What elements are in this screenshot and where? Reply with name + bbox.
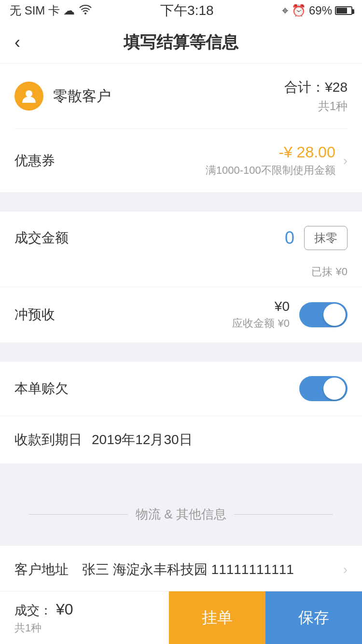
prepay-toggle[interactable]	[299, 302, 348, 327]
save-button[interactable]: 保存	[265, 591, 362, 644]
coupon-label: 优惠券	[14, 152, 55, 170]
content: 零散客户 合计：¥28 共1种 优惠券 -¥ 28.00 满1000-100不限…	[0, 64, 362, 644]
customer-name: 零散客户	[53, 86, 111, 106]
prepay-amount: ¥0	[232, 299, 290, 314]
toggle-knob	[323, 304, 346, 326]
address-row[interactable]: 客户地址 张三 海淀永丰科技园 11111111111 ›	[0, 546, 362, 593]
customer-left: 零散客户	[14, 82, 111, 111]
address-label: 客户地址	[14, 560, 72, 579]
customer-total: 合计：¥28	[284, 78, 348, 97]
deal-amount-value[interactable]: 0	[285, 228, 294, 248]
back-button[interactable]: ‹	[14, 32, 20, 53]
discount-amount: -¥ 28.00	[206, 143, 335, 161]
debt-toggle[interactable]	[299, 376, 348, 401]
prepay-receivable: 应收金额 ¥0	[232, 316, 290, 331]
customer-section: 零散客户 合计：¥28 共1种 优惠券 -¥ 28.00 满1000-100不限…	[0, 64, 362, 192]
deal-amount-label: 成交金额	[14, 229, 69, 247]
battery-percent: 69%	[309, 4, 332, 17]
hang-button[interactable]: 挂单	[169, 591, 265, 644]
coupon-row[interactable]: 优惠券 -¥ 28.00 满1000-100不限制使用金额 ›	[0, 129, 362, 192]
customer-row: 零散客户 合计：¥28 共1种	[0, 64, 362, 128]
customer-avatar	[14, 82, 43, 111]
bottom-deal: 成交： ¥0	[14, 601, 154, 619]
save-label: 保存	[298, 607, 329, 629]
prepay-right: ¥0 应收金额 ¥0	[232, 299, 348, 331]
due-date-value: 2019年12月30日	[92, 431, 193, 449]
customer-right: 合计：¥28 共1种	[284, 78, 348, 114]
status-bar: 无 SIM 卡 ☁ 下午3:18 ⌖ ⏰ 69%	[0, 0, 362, 21]
alarm-icon: ⏰	[292, 4, 306, 17]
svg-point-0	[26, 90, 32, 97]
coupon-value: -¥ 28.00 满1000-100不限制使用金额	[206, 143, 335, 178]
status-time: 下午3:18	[160, 1, 214, 20]
due-date-row: 收款到期日 2019年12月30日	[0, 416, 362, 463]
deal-amount-row: 成交金额 0 抹零	[0, 211, 362, 265]
nav-bar: ‹ 填写结算等信息	[0, 21, 362, 64]
logistics-section: 物流 & 其他信息	[0, 483, 362, 546]
debt-toggle-knob	[323, 378, 346, 400]
amount-input-area: 0 抹零	[285, 226, 348, 250]
section-separator-1	[0, 202, 362, 211]
debt-row: 本单赊欠	[0, 362, 362, 416]
due-date-label: 收款到期日	[14, 431, 82, 449]
section-separator-3	[0, 473, 362, 483]
location-icon: ⌖	[282, 4, 289, 17]
discount-desc: 满1000-100不限制使用金额	[206, 163, 335, 178]
status-right: ⌖ ⏰ 69%	[282, 4, 352, 17]
address-value: 张三 海淀永丰科技园 11111111111	[82, 560, 343, 579]
wifi-icon	[79, 4, 92, 17]
amount-sub-text: 已抹 ¥0	[0, 265, 362, 287]
battery-icon	[335, 6, 352, 15]
prepay-values: ¥0 应收金额 ¥0	[232, 299, 290, 331]
chevron-right-icon: ›	[343, 153, 348, 168]
no-sim-text: 无 SIM 卡 ☁	[10, 3, 75, 18]
customer-count: 共1种	[284, 98, 348, 114]
coupon-right: -¥ 28.00 满1000-100不限制使用金额 ›	[206, 143, 348, 178]
section-separator-2	[0, 352, 362, 362]
round-button[interactable]: 抹零	[304, 226, 348, 250]
bottom-bar: 成交： ¥0 共1种 挂单 保存	[0, 591, 362, 644]
page-title: 填写结算等信息	[124, 31, 238, 54]
logistics-header: 物流 & 其他信息	[14, 494, 348, 534]
logistics-label: 物流 & 其他信息	[136, 506, 226, 523]
hang-label: 挂单	[202, 607, 233, 629]
status-left: 无 SIM 卡 ☁	[10, 3, 92, 18]
prepay-row: 冲预收 ¥0 应收金额 ¥0	[0, 287, 362, 342]
address-chevron-icon: ›	[343, 562, 348, 577]
address-section: 客户地址 张三 海淀永丰科技园 11111111111 ›	[0, 546, 362, 593]
bottom-summary: 成交： ¥0 共1种	[0, 601, 169, 635]
prepay-label: 冲预收	[14, 306, 55, 324]
debt-section: 本单赊欠 收款到期日 2019年12月30日	[0, 362, 362, 463]
bottom-count: 共1种	[14, 621, 154, 635]
bottom-deal-label: 成交：	[14, 602, 52, 619]
amount-section: 成交金额 0 抹零 已抹 ¥0 冲预收 ¥0 应收金额 ¥0	[0, 211, 362, 342]
debt-label: 本单赊欠	[14, 379, 69, 398]
bottom-deal-amount: ¥0	[56, 601, 73, 618]
